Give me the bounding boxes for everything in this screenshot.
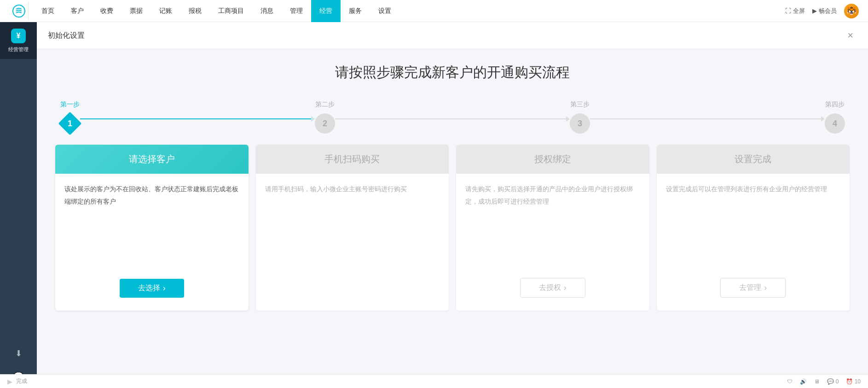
fullscreen-icon: ⛶ — [785, 7, 791, 14]
top-nav: 首页 客户 收费 票据 记账 报税 工商项目 消息 管理 经营 服务 设置 ⛶ … — [0, 0, 868, 22]
card-3: 授权绑定 请先购买，购买后选择开通的产品中的企业用户进行授权绑定，成功后即可进行… — [456, 145, 649, 311]
content-area: 请按照步骤完成新客户的开通购买流程 第一步 1 第二步 2 — [37, 49, 868, 388]
card-4-body: 设置完成后可以在管理列表进行所有企业用户的经营管理 — [657, 174, 850, 278]
card-4: 设置完成 设置完成后可以在管理列表进行所有企业用户的经营管理 去管理 › — [657, 145, 850, 311]
main-heading: 请按照步骤完成新客户的开通购买流程 — [55, 63, 850, 82]
step-3-label: 第三步 — [570, 100, 590, 109]
card-2-title: 手机扫码购买 — [324, 154, 380, 164]
step-3-col: 第三步 3 — [570, 100, 590, 134]
main-content: 初始化设置 × 请按照步骤完成新客户的开通购买流程 第一步 1 — [37, 22, 868, 388]
card-1-header: 请选择客户 — [55, 145, 249, 174]
volume-icon: 🔊 — [800, 378, 807, 385]
card-4-footer: 去管理 › — [657, 278, 850, 311]
card-4-header: 设置完成 — [657, 145, 850, 174]
sidebar-download[interactable]: ⬇ — [0, 342, 37, 365]
shield-icon: 🛡 — [787, 378, 793, 385]
fullscreen-label: 全屏 — [793, 7, 805, 15]
connector-3-4 — [590, 100, 825, 122]
close-button[interactable]: × — [844, 28, 857, 43]
nav-home[interactable]: 首页 — [33, 0, 63, 22]
member-btn[interactable]: ▶ 畅会员 — [812, 7, 837, 15]
page-title: 初始化设置 — [48, 31, 85, 41]
nav-business[interactable]: 工商项目 — [210, 0, 252, 22]
nav-tax[interactable]: 报税 — [180, 0, 210, 22]
nav-message[interactable]: 消息 — [252, 0, 282, 22]
sidebar-item-label: 经营管理 — [8, 46, 29, 53]
download-icon: ⬇ — [15, 348, 22, 359]
nav-fee[interactable]: 收费 — [92, 0, 122, 22]
nav-right: ⛶ 全屏 ▶ 畅会员 🐯 — [785, 4, 859, 18]
chat-count: 💬 0 — [827, 378, 839, 385]
go-manage-button[interactable]: 去管理 › — [720, 278, 786, 298]
nav-operation[interactable]: 经营 — [311, 0, 341, 22]
sidebar: ¥ 经营管理 ⬇ 💬 — [0, 22, 37, 388]
step-2-circle: 2 — [315, 113, 335, 134]
step-1-diamond: 1 — [60, 113, 80, 134]
nav-invoice[interactable]: 票据 — [122, 0, 151, 22]
nav-customer[interactable]: 客户 — [63, 0, 92, 22]
cards-row: 请选择客户 该处展示的客户为不在回收站、客户状态正常建账后完成老板端绑定的所有客… — [55, 145, 850, 311]
step-4-col: 第四步 4 — [825, 100, 845, 134]
card-1-body: 该处展示的客户为不在回收站、客户状态正常建账后完成老板端绑定的所有客户 — [55, 174, 249, 279]
step-1-col: 第一步 1 — [60, 100, 80, 134]
nav-settings[interactable]: 设置 — [370, 0, 399, 22]
nav-items: 首页 客户 收费 票据 记账 报税 工商项目 消息 管理 经营 服务 设置 — [33, 0, 785, 22]
status-bar-left: ▶ 完成 — [7, 377, 27, 385]
step-2-label: 第二步 — [315, 100, 335, 109]
status-play-icon: ▶ — [7, 378, 12, 385]
page-header: 初始化设置 × — [37, 22, 868, 49]
operation-icon: ¥ — [11, 29, 26, 43]
card-2: 手机扫码购买 请用手机扫码，输入小微企业主账号密码进行购买 — [256, 145, 449, 311]
card-3-header: 授权绑定 — [456, 145, 649, 174]
step-4-circle: 4 — [825, 113, 845, 134]
connector-2-3 — [335, 100, 570, 122]
status-bar-right: 🛡 🔊 🖥 💬 0 ⏰ 10 — [787, 378, 861, 385]
step-4-label: 第四步 — [825, 100, 845, 109]
sidebar-item-operation[interactable]: ¥ 经营管理 — [0, 22, 37, 59]
card-4-title: 设置完成 — [735, 154, 771, 164]
card-3-title: 授权绑定 — [534, 154, 571, 164]
card-2-footer — [256, 298, 449, 311]
time-icon: ⏰ 10 — [846, 378, 861, 385]
nav-manage[interactable]: 管理 — [282, 0, 311, 22]
play-icon: ▶ — [812, 7, 817, 14]
go-authorize-button[interactable]: 去授权 › — [520, 278, 585, 298]
step-1-label: 第一步 — [60, 100, 80, 109]
step-2-col: 第二步 2 — [315, 100, 335, 134]
card-3-footer: 去授权 › — [456, 278, 649, 311]
fullscreen-btn[interactable]: ⛶ 全屏 — [785, 7, 805, 15]
status-done: 完成 — [16, 377, 27, 385]
nav-account[interactable]: 记账 — [151, 0, 180, 22]
card-1: 请选择客户 该处展示的客户为不在回收站、客户状态正常建账后完成老板端绑定的所有客… — [55, 145, 249, 311]
card-3-body: 请先购买，购买后选择开通的产品中的企业用户进行授权绑定，成功后即可进行经营管理 — [456, 174, 649, 278]
nav-service[interactable]: 服务 — [341, 0, 370, 22]
card-1-title: 请选择客户 — [129, 154, 175, 164]
card-2-header: 手机扫码购买 — [256, 145, 449, 174]
card-2-body: 请用手机扫码，输入小微企业主账号密码进行购买 — [256, 174, 449, 298]
svg-point-0 — [13, 5, 25, 17]
card-1-footer: 去选择 › — [55, 279, 249, 311]
avatar[interactable]: 🐯 — [844, 4, 859, 18]
status-bar: ▶ 完成 🛡 🔊 🖥 💬 0 ⏰ 10 — [0, 374, 868, 388]
go-select-button[interactable]: 去选择 › — [120, 279, 184, 298]
step-3-circle: 3 — [570, 113, 590, 134]
connector-1-2 — [80, 100, 315, 122]
nav-logo — [9, 1, 29, 21]
monitor-icon: 🖥 — [814, 378, 820, 385]
member-label: 畅会员 — [819, 7, 837, 15]
